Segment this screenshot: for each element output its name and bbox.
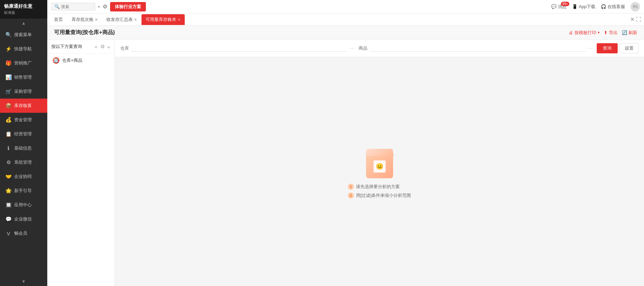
sidebar-icon-14: V [5, 230, 11, 236]
content-area: 按以下方案查询 + ⚙ « 🔄 仓库+商品 仓库 ··· [47, 40, 644, 286]
filter-warehouse-input[interactable] [131, 45, 348, 52]
left-panel-settings-btn[interactable]: ⚙ [100, 43, 105, 50]
print-btn[interactable]: 🖨 按模板打印 ▾ [569, 30, 600, 36]
sidebar-icon-4: 🛒 [5, 88, 11, 95]
filter-product-field: 商品 ··· [359, 45, 593, 52]
sidebar-icon-7: 📋 [5, 131, 11, 137]
left-panel-add-btn[interactable]: + [94, 44, 98, 50]
tabs-expand-btn[interactable]: ⛶ [636, 17, 641, 23]
tabs-close-btn[interactable]: ✕ [630, 16, 635, 23]
sidebar-icon-8: ℹ [5, 145, 11, 151]
sidebar-icon-11: 🌟 [5, 188, 11, 194]
sidebar-label-5: 库存核算 [14, 103, 32, 109]
sidebar-scroll-down[interactable]: ▼ [0, 277, 47, 286]
sidebar-item-采购管理[interactable]: 🛒 采购管理 [0, 84, 47, 99]
sidebar-item-快捷导航[interactable]: ⚡ 快捷导航 [0, 42, 47, 56]
topbar-message[interactable]: 💬 消息 99+ [551, 4, 567, 10]
query-btn[interactable]: 查询 [597, 43, 618, 53]
tab-可用量库存账本[interactable]: 可用量库存账本× [141, 14, 184, 25]
sidebar-item-搜索菜单[interactable]: 🔍 搜索菜单 [0, 28, 47, 42]
app-download-label: App下载 [579, 4, 595, 10]
empty-state-line-2: 2 用[过滤]条件来缩小分析范围 [348, 192, 411, 199]
sidebar-label-6: 资金管理 [14, 117, 32, 123]
topbar-app-download[interactable]: 📱 App下载 [572, 4, 595, 10]
app-title: 畅康通好生意 [4, 3, 43, 9]
sidebar-icon-12: 🔲 [5, 202, 11, 208]
page-header: 可用量查询(按仓库+商品) 🖨 按模板打印 ▾ ⬆ 导出 🔄 刷新 [47, 26, 644, 40]
trial-btn[interactable]: 体验行业方案 [110, 2, 146, 11]
sidebar-item-畅会员[interactable]: V 畅会员 [0, 226, 47, 240]
filter-warehouse-field: 仓库 ··· [120, 45, 355, 52]
tab-收发存汇总表[interactable]: 收发存汇总表× [102, 14, 141, 25]
tab-label-2: 收发存汇总表 [106, 17, 133, 23]
topbar-gear-btn[interactable]: ⚙ [103, 3, 107, 10]
filter-warehouse-dots[interactable]: ··· [350, 45, 354, 51]
sidebar-item-库存核算[interactable]: 📦 库存核算 [0, 99, 47, 113]
sidebar-label-0: 搜索菜单 [14, 32, 32, 38]
sidebar-scroll-up[interactable]: ▲ [0, 19, 47, 28]
sidebar-item-销售管理[interactable]: 📊 销售管理 [0, 70, 47, 84]
topbar-right: 💬 消息 99+ 📱 App下载 🎧 在线客服 Rit [551, 2, 640, 11]
page-header-actions: 🖨 按模板打印 ▾ ⬆ 导出 🔄 刷新 [569, 30, 637, 36]
sidebar-label-4: 采购管理 [14, 88, 32, 95]
print-label: 按模板打印 [574, 30, 596, 36]
empty-state: 😐 1 请先选择要分析的方案 2 用[过滤]条件来缩小分析范围 [115, 57, 644, 286]
empty-illustration: 😐 [359, 145, 400, 178]
sidebar-item-资金管理[interactable]: 💰 资金管理 [0, 113, 47, 127]
sidebar-icon-1: ⚡ [5, 46, 11, 52]
topbar-customer-service[interactable]: 🎧 在线客服 [601, 4, 625, 10]
sidebar-label-14: 畅会员 [14, 230, 27, 236]
left-panel-item-warehouse-product[interactable]: 🔄 仓库+商品 [47, 54, 114, 67]
tab-close-2[interactable]: × [134, 17, 137, 22]
tab-close-1[interactable]: × [95, 17, 98, 22]
left-panel: 按以下方案查询 + ⚙ « 🔄 仓库+商品 [47, 40, 115, 286]
message-badge: 99+ [561, 2, 569, 6]
left-panel-item-label: 仓库+商品 [62, 57, 82, 63]
export-btn[interactable]: ⬆ 导出 [604, 30, 618, 36]
tab-首页[interactable]: 首页 [50, 14, 67, 25]
tab-close-3[interactable]: × [178, 17, 180, 22]
customer-service-label: 在线客服 [608, 4, 625, 10]
refresh-btn[interactable]: 🔄 刷新 [622, 30, 637, 36]
tab-库存批次账[interactable]: 库存批次账× [68, 14, 102, 25]
sidebar: 畅康通好生意 标准版 ▲ 🔍 搜索菜单 ⚡ 快捷导航 🎁 营销推广 📊 销售管理… [0, 0, 47, 286]
sidebar-item-经营管理[interactable]: 📋 经营管理 [0, 127, 47, 141]
sidebar-item-系统管理[interactable]: ⚙ 系统管理 [0, 155, 47, 170]
sidebar-icon-10: 🤝 [5, 174, 11, 180]
sidebar-icon-3: 📊 [5, 74, 11, 80]
avatar-text: Rit [633, 4, 638, 9]
sidebar-label-9: 系统管理 [14, 159, 32, 165]
empty-state-text: 1 请先选择要分析的方案 2 用[过滤]条件来缩小分析范围 [348, 184, 411, 199]
filter-product-input[interactable] [369, 45, 586, 52]
sidebar-icon-13: 💬 [5, 216, 11, 222]
sidebar-item-企业协同[interactable]: 🤝 企业协同 [0, 170, 47, 184]
tab-label-1: 库存批次账 [72, 17, 94, 23]
sidebar-icon-5: 📦 [5, 103, 11, 109]
filter-product-dots[interactable]: ··· [588, 45, 593, 51]
headset-icon: 🎧 [601, 4, 606, 9]
sidebar-item-基础信息[interactable]: ℹ 基础信息 [0, 141, 47, 155]
sidebar-item-营销推广[interactable]: 🎁 营销推广 [0, 56, 47, 70]
left-panel-collapse-btn[interactable]: « [107, 44, 110, 50]
refresh-label: 刷新 [628, 30, 637, 36]
tab-bar: 首页库存批次账×收发存汇总表×可用量库存账本× ✕ ⛶ [47, 14, 644, 26]
topbar: 🔍 ▾ ⚙ 体验行业方案 💬 消息 99+ 📱 App下载 🎧 在线客服 Rit [47, 0, 644, 14]
sidebar-item-应用中心[interactable]: 🔲 应用中心 [0, 198, 47, 212]
topbar-search-box[interactable]: 🔍 [51, 3, 95, 10]
tab-label-3: 可用量库存账本 [146, 17, 176, 23]
sidebar-label-2: 营销推广 [14, 60, 32, 66]
sidebar-label-13: 企业微信 [14, 216, 32, 222]
sidebar-item-企业微信[interactable]: 💬 企业微信 [0, 212, 47, 226]
settings-btn[interactable]: 设置 [620, 43, 639, 53]
sidebar-item-新手引导[interactable]: 🌟 新手引导 [0, 184, 47, 198]
empty-state-line-1: 1 请先选择要分析的方案 [348, 184, 411, 190]
sidebar-label-10: 企业协同 [14, 174, 32, 180]
user-avatar[interactable]: Rit [630, 2, 640, 11]
sidebar-icon-0: 🔍 [5, 32, 11, 38]
topbar-dropdown-btn[interactable]: ▾ [98, 4, 100, 9]
filter-actions: 查询 设置 [597, 43, 639, 53]
sidebar-nav: 🔍 搜索菜单 ⚡ 快捷导航 🎁 营销推广 📊 销售管理 🛒 采购管理 📦 库存核… [0, 28, 47, 277]
empty-state-text-2: 用[过滤]条件来缩小分析范围 [356, 192, 411, 199]
search-input[interactable] [61, 4, 92, 9]
sidebar-label-8: 基础信息 [14, 145, 32, 151]
